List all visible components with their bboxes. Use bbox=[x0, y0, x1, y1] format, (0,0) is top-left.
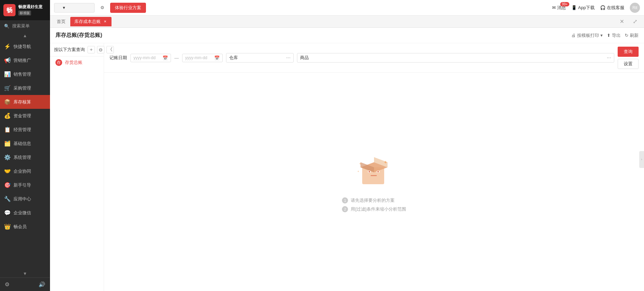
refresh-icon: ↻ bbox=[625, 33, 628, 38]
operations-icon: 📋 bbox=[4, 126, 11, 133]
search-menu-item[interactable]: 🔍 搜索菜单 bbox=[0, 20, 50, 32]
print-icon: 🖨 bbox=[571, 33, 576, 38]
scroll-down-btn[interactable]: ▼ bbox=[0, 270, 50, 277]
main-area: ▾ ⚙ 体验行业方案 ✉ 消息 99+ 📱 App下载 🎧 在线客服 Rit bbox=[50, 0, 644, 291]
svg-text:✦: ✦ bbox=[383, 160, 388, 165]
query-actions: 查询 设置 bbox=[618, 47, 639, 69]
sidebar-item-basic[interactable]: 🗂️ 基础信息 bbox=[0, 137, 50, 150]
warehouse-more-btn[interactable]: ··· bbox=[286, 55, 291, 61]
wechat-label: 企业微信 bbox=[14, 210, 31, 216]
top-bar-right: ✉ 消息 99+ 📱 App下载 🎧 在线客服 Rit bbox=[552, 3, 640, 13]
print-template-btn[interactable]: 🖨 按模板打印 ▾ bbox=[571, 32, 603, 39]
refresh-label: 刷新 bbox=[630, 32, 639, 39]
sidebar-item-enterprise[interactable]: 🤝 企业协同 bbox=[0, 164, 50, 178]
tab-home[interactable]: 首页 bbox=[53, 17, 70, 26]
scheme-selector[interactable]: ▾ bbox=[54, 3, 95, 13]
svg-rect-8 bbox=[371, 175, 377, 176]
sidebar-item-finance[interactable]: 💰 资金管理 bbox=[0, 109, 50, 123]
app-download-item[interactable]: 📱 App下载 bbox=[571, 5, 595, 11]
search-menu-label: 搜索菜单 bbox=[12, 23, 30, 29]
purchase-label: 采购管理 bbox=[14, 85, 31, 91]
sidebar-item-member[interactable]: 👑 畅会员 bbox=[0, 220, 50, 234]
enterprise-icon: 🤝 bbox=[4, 168, 11, 174]
basic-label: 基础信息 bbox=[14, 141, 31, 147]
empty-state: ✦ ✦ ✦ 1 请先选择要分析的方案 2 用[过滤]条件来缩小分析范围 bbox=[104, 73, 644, 291]
sidebar-item-purchase[interactable]: 🛒 采购管理 bbox=[0, 81, 50, 95]
sidebar-item-newguide[interactable]: 🎯 新手引导 bbox=[0, 178, 50, 192]
sidebar-item-quick-nav[interactable]: ⚡ 快捷导航 bbox=[0, 40, 50, 53]
sidebar-item-inventory[interactable]: 📦 库存核算 bbox=[0, 95, 50, 109]
right-collapse-handle[interactable]: › bbox=[639, 151, 644, 168]
empty-svg: ✦ ✦ ✦ bbox=[354, 149, 394, 189]
scheme-selector-text bbox=[57, 5, 61, 11]
user-name: Rit bbox=[633, 5, 638, 10]
finance-label: 资金管理 bbox=[14, 113, 31, 119]
filter-del-btn[interactable]: ⊖ bbox=[97, 46, 104, 53]
date-end-input[interactable]: yyyy-mm-dd 📅 bbox=[182, 54, 223, 62]
online-service-item[interactable]: 🎧 在线客服 bbox=[600, 5, 624, 11]
sidebar-item-sales[interactable]: 📊 销售管理 bbox=[0, 67, 50, 81]
inventory-label: 库存核算 bbox=[14, 99, 31, 105]
message-badge: 99+ bbox=[560, 2, 569, 6]
quick-nav-label: 快捷导航 bbox=[14, 44, 31, 50]
empty-step-1: 1 请先选择要分析的方案 bbox=[342, 197, 406, 203]
bottom-speaker-icon[interactable]: 🔊 bbox=[39, 281, 45, 288]
date-label: 记账日期 bbox=[109, 55, 127, 61]
calendar-end-icon[interactable]: 📅 bbox=[214, 55, 220, 60]
scroll-up-btn[interactable]: ▲ bbox=[0, 32, 50, 40]
tab-close-btn[interactable]: ✕ bbox=[103, 19, 107, 24]
scheme-item-icon: 存 bbox=[55, 59, 62, 66]
bottom-settings-icon[interactable]: ⚙ bbox=[5, 281, 9, 288]
app-badge: 标准版 bbox=[18, 10, 31, 16]
step-2-num: 2 bbox=[342, 206, 348, 212]
svg-text:✦: ✦ bbox=[359, 162, 362, 166]
product-more-btn[interactable]: ··· bbox=[607, 55, 611, 61]
sidebar-item-operations[interactable]: 📋 经营管理 bbox=[0, 123, 50, 137]
top-bar-left: ▾ ⚙ 体验行业方案 bbox=[54, 3, 549, 13]
collapse-arrow-icon: › bbox=[641, 157, 642, 161]
tab-expand-btn[interactable]: ⤢ bbox=[629, 17, 641, 26]
filter-bar: 按以下方案查询 ＋ ⊖ 《 bbox=[50, 43, 104, 56]
appcenter-icon: 🔧 bbox=[4, 196, 11, 202]
refresh-btn[interactable]: ↻ 刷新 bbox=[625, 32, 639, 39]
settings-btn[interactable]: 设置 bbox=[618, 59, 639, 69]
sidebar-nav: ⚡ 快捷导航 📢 营销推广 📊 销售管理 🛒 采购管理 📦 库存核算 💰 资金管… bbox=[0, 40, 50, 270]
calendar-start-icon[interactable]: 📅 bbox=[163, 55, 168, 60]
query-btn[interactable]: 查询 bbox=[618, 47, 639, 57]
newguide-icon: 🎯 bbox=[4, 182, 11, 188]
empty-text-list: 1 请先选择要分析的方案 2 用[过滤]条件来缩小分析范围 bbox=[342, 197, 406, 215]
industry-btn[interactable]: 体验行业方案 bbox=[110, 3, 146, 13]
sidebar-item-wechat[interactable]: 💬 企业微信 bbox=[0, 206, 50, 220]
user-avatar[interactable]: Rit bbox=[630, 3, 640, 13]
product-field[interactable]: 商品 ··· bbox=[297, 53, 614, 63]
tab-inventory-ledger[interactable]: 库存成本总账 ✕ bbox=[70, 17, 112, 26]
member-label: 畅会员 bbox=[14, 224, 27, 230]
sidebar-item-system[interactable]: ⚙️ 系统管理 bbox=[0, 150, 50, 164]
export-btn[interactable]: ⬆ 导出 bbox=[607, 32, 621, 39]
basic-icon: 🗂️ bbox=[4, 140, 11, 147]
message-item[interactable]: ✉ 消息 99+ bbox=[552, 5, 566, 11]
empty-step-2: 2 用[过滤]条件来缩小分析范围 bbox=[342, 206, 406, 212]
step-1-num: 1 bbox=[342, 197, 348, 203]
empty-illustration: ✦ ✦ ✦ bbox=[354, 149, 394, 189]
date-start-input[interactable]: yyyy-mm-dd 📅 bbox=[130, 54, 171, 62]
tab-bar: 首页 库存成本总账 ✕ ✕ ⤢ bbox=[50, 16, 644, 28]
filter-add-btn[interactable]: ＋ bbox=[88, 46, 95, 53]
sidebar-item-marketing[interactable]: 📢 营销推广 bbox=[0, 53, 50, 67]
marketing-icon: 📢 bbox=[4, 57, 11, 64]
chevron-down-icon: ▾ bbox=[63, 5, 65, 10]
warehouse-field[interactable]: 仓库 ··· bbox=[226, 53, 294, 63]
app-logo: 畅 畅捷通好生意 标准版 bbox=[0, 0, 50, 20]
appcenter-label: 应用中心 bbox=[14, 196, 31, 202]
scheme-item[interactable]: 存 存货总账 bbox=[50, 56, 104, 69]
top-settings-btn[interactable]: ⚙ bbox=[97, 3, 107, 13]
svg-rect-6 bbox=[369, 171, 370, 172]
svg-text:✦: ✦ bbox=[357, 170, 360, 173]
enterprise-label: 企业协同 bbox=[14, 168, 31, 174]
scheme-item-label: 存货总账 bbox=[65, 59, 82, 66]
step-1-text: 请先选择要分析的方案 bbox=[351, 197, 395, 203]
sidebar-item-appcenter[interactable]: 🔧 应用中心 bbox=[0, 192, 50, 206]
date-separator: — bbox=[174, 55, 179, 60]
sales-label: 销售管理 bbox=[14, 71, 31, 77]
tab-close-all-btn[interactable]: ✕ bbox=[616, 17, 628, 26]
